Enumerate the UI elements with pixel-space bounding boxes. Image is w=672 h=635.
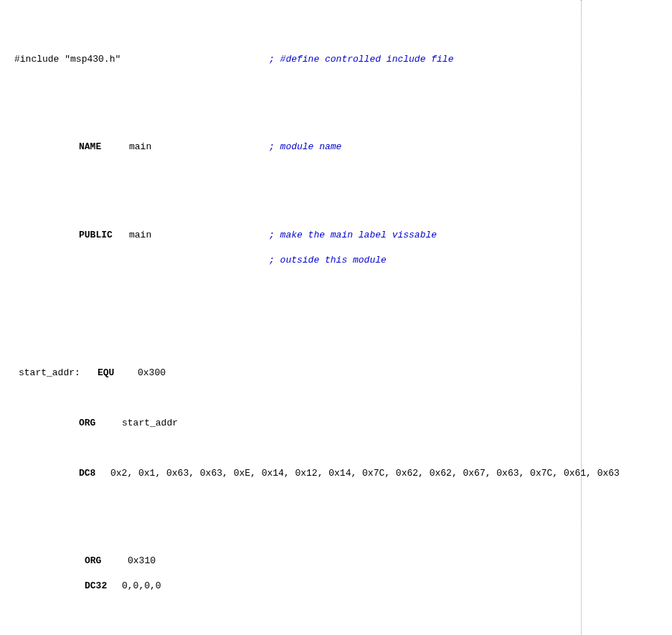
blank <box>14 618 672 630</box>
dc32-op: DC32 <box>85 580 122 593</box>
include-file: "msp430.h" <box>65 54 120 65</box>
line-public2: ; outside this module <box>14 254 672 267</box>
line-name: NAMEmain; module name <box>14 141 672 154</box>
dc8-arg: 0x2, 0x1, 0x63, 0x63, 0xE, 0x14, 0x12, 0… <box>110 467 620 480</box>
start-label: start_addr: <box>19 367 80 378</box>
blank <box>14 316 672 329</box>
ruler-line <box>581 0 582 635</box>
start-op: EQU <box>98 367 138 380</box>
line-include: #include "msp430.h"; #define controlled … <box>14 53 672 66</box>
name-op: NAME <box>79 141 129 154</box>
dc8-op: DC8 <box>79 467 110 480</box>
line-org1: ORGstart_addr <box>14 417 672 430</box>
public-arg: main <box>129 229 269 242</box>
org2-op: ORG <box>85 555 128 568</box>
line-startaddr: start_addr:EQU0x300 <box>14 367 672 380</box>
name-arg: main <box>129 141 269 154</box>
public-comment1: ; make the main label vissable <box>269 229 672 242</box>
line-dc32: DC320,0,0,0 <box>14 580 672 593</box>
org1-arg: start_addr <box>122 417 178 430</box>
start-arg: 0x300 <box>138 367 166 380</box>
include-comment: ; #define controlled include file <box>269 53 453 66</box>
name-comment: ; module name <box>269 141 672 154</box>
org1-op: ORG <box>79 417 122 430</box>
code-listing: #include "msp430.h"; #define controlled … <box>0 0 672 635</box>
public-comment2: ; outside this module <box>269 254 672 267</box>
public-op: PUBLIC <box>79 229 129 242</box>
line-public: PUBLICmain; make the main label vissable <box>14 229 672 242</box>
line-org2: ORG0x310 <box>14 555 672 568</box>
blank <box>14 91 672 103</box>
blank <box>14 505 672 517</box>
line-dc8: DC80x2, 0x1, 0x63, 0x63, 0xE, 0x14, 0x12… <box>14 467 672 480</box>
org2-arg: 0x310 <box>128 555 156 568</box>
include-directive: #include <box>14 54 59 65</box>
blank <box>14 179 672 191</box>
dc32-arg: 0,0,0,0 <box>122 580 161 593</box>
blank <box>14 291 672 304</box>
